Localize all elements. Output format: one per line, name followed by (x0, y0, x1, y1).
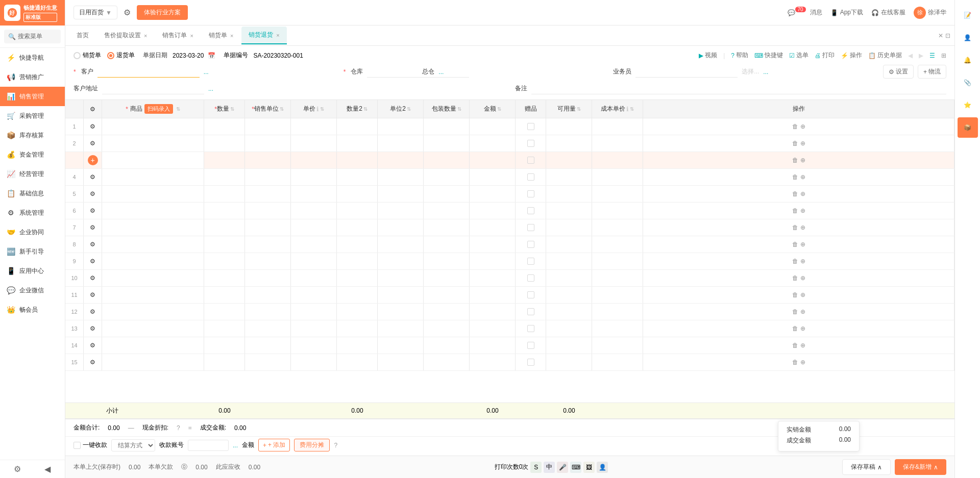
td-amount-3[interactable] (470, 152, 516, 168)
td-product-2[interactable] (102, 135, 204, 152)
shortcut-btn[interactable]: ⌨ 快捷键 (754, 51, 783, 60)
payment-method-select[interactable]: 结算方式 (111, 439, 155, 451)
sidebar-item-collab[interactable]: 🤝 企业协同 (0, 222, 65, 242)
user-menu[interactable]: 徐 徐泽华 (914, 7, 946, 19)
print-btn[interactable]: 🖨 打印 (815, 51, 835, 60)
copy-icon[interactable]: ⊕ (800, 274, 805, 282)
footer-icon-4[interactable]: ⌨ (570, 462, 581, 473)
customer-dots-btn[interactable]: ... (204, 68, 209, 76)
right-panel-package[interactable]: 📦 (958, 117, 978, 138)
td-cost-1[interactable] (592, 118, 643, 135)
download-button[interactable]: 📱 App下载 (830, 8, 863, 17)
td-qty-3[interactable] (204, 152, 245, 168)
td-pack-3[interactable] (424, 152, 470, 168)
delete-icon[interactable]: 🗑 (792, 258, 798, 265)
right-panel-attach[interactable]: 📎 (958, 72, 978, 93)
history-btn[interactable]: 📋 历史单据 (868, 51, 902, 60)
delete-icon-3[interactable]: 🗑 (792, 157, 798, 164)
copy-icon[interactable]: ⊕ (800, 241, 805, 248)
sidebar-item-guide[interactable]: 🆕 新手引导 (0, 242, 65, 261)
sidebar-item-inventory[interactable]: 📦 库存核算 (0, 125, 65, 145)
td-product-1[interactable] (102, 118, 204, 135)
td-amount-1[interactable] (470, 118, 516, 135)
sidebar-item-marketing[interactable]: 📢 营销推广 (0, 67, 65, 87)
tab-price-extract-close[interactable]: × (144, 33, 147, 39)
copy-icon[interactable]: ⊕ (800, 325, 805, 332)
footer-icon-2[interactable]: 中 (544, 462, 555, 473)
salesperson-input[interactable] (635, 66, 738, 78)
td-qty-2[interactable] (204, 135, 245, 152)
td-pack-2[interactable] (424, 135, 470, 152)
product-input-1[interactable] (104, 123, 202, 130)
cost-sort-icon[interactable]: ⇅ (630, 106, 634, 112)
message-button[interactable]: 💬 70 消息 (788, 8, 822, 17)
td-unit2-2[interactable] (378, 135, 424, 152)
footer-icon-6[interactable]: 👤 (597, 462, 608, 473)
collapse-btn[interactable]: ◀ (35, 464, 61, 474)
td-available-3[interactable] (546, 152, 592, 168)
tab-sales[interactable]: 销货单 × (202, 27, 240, 44)
td-qty2-1[interactable] (337, 118, 378, 135)
sidebar-item-operation[interactable]: 📈 经营管理 (0, 164, 65, 184)
topbar-gear-icon[interactable]: ⚙ (124, 8, 131, 17)
right-panel-notification[interactable]: 🔔 (958, 50, 978, 70)
radio-return[interactable]: 退货单 (107, 51, 135, 60)
product-sort-icon[interactable]: ⇅ (176, 106, 180, 112)
split-help-icon[interactable]: ? (334, 442, 337, 449)
warehouse-dots-btn[interactable]: ... (438, 68, 444, 76)
delete-icon[interactable]: 🗑 (792, 224, 798, 231)
tab-sales-order-close[interactable]: × (190, 33, 193, 39)
account-dots-btn[interactable]: ... (233, 442, 238, 449)
help-discount-icon[interactable]: ? (177, 424, 180, 432)
copy-icon[interactable]: ⊕ (800, 173, 805, 181)
td-qty2-2[interactable] (337, 135, 378, 152)
copy-icon-1[interactable]: ⊕ (800, 123, 805, 130)
available-sort-icon[interactable]: ⇅ (577, 106, 581, 112)
td-cost-2[interactable] (592, 135, 643, 152)
tab-home[interactable]: 首页 (69, 27, 96, 44)
td-gear-1[interactable]: ⚙ (84, 118, 102, 135)
sidebar-item-wechat[interactable]: 💬 企业微信 (0, 281, 65, 300)
td-add-btn[interactable]: + (84, 152, 102, 168)
address-input[interactable] (102, 83, 204, 94)
td-unit2-3[interactable] (378, 152, 424, 168)
td-unit2-1[interactable] (378, 118, 424, 135)
warehouse-input[interactable] (367, 66, 469, 78)
settings-bottom-btn[interactable]: ⚙ (4, 464, 31, 474)
sidebar-item-sales[interactable]: 📊 销售管理 (0, 87, 65, 106)
scan-btn[interactable]: 扫码录入 (144, 104, 173, 114)
action-btn[interactable]: ⚡ 操作 (841, 51, 862, 60)
td-cost-3[interactable] (592, 152, 643, 168)
copy-icon-3[interactable]: ⊕ (800, 157, 805, 164)
tab-sales-order[interactable]: 销售订单 × (155, 27, 200, 44)
delete-icon[interactable]: 🗑 (792, 190, 798, 197)
tab-sales-return[interactable]: 销货退货 × (241, 27, 286, 44)
right-panel-notes[interactable]: 📝 (958, 5, 978, 26)
logistics-button[interactable]: + 物流 (918, 65, 946, 79)
view-grid-icon[interactable]: ⊞ (941, 52, 946, 59)
service-button[interactable]: 🎧 在线客服 (871, 8, 905, 17)
td-unit-3[interactable] (245, 152, 291, 168)
sidebar-item-basic[interactable]: 📋 基础信息 (0, 184, 65, 203)
td-gear-2[interactable]: ⚙ (84, 135, 102, 152)
unit-sort-icon[interactable]: ⇅ (280, 106, 284, 112)
th-gear[interactable]: ⚙ (84, 100, 102, 118)
td-price-3[interactable] (291, 152, 337, 168)
split-button[interactable]: 费用分摊 (294, 439, 330, 451)
settings-button[interactable]: ⚙ 设置 (883, 65, 914, 79)
copy-icon[interactable]: ⊕ (800, 291, 805, 298)
amount-sort-icon[interactable]: ⇅ (497, 106, 501, 112)
calendar-icon[interactable]: 📅 (208, 52, 215, 59)
footer-icon-5[interactable]: 🖼 (583, 462, 595, 473)
radio-sales[interactable]: 销货单 (74, 51, 101, 60)
sidebar-item-quick-nav[interactable]: ⚡ 快捷导航 (0, 48, 65, 67)
td-gift-2[interactable] (516, 135, 546, 152)
add-payment-button[interactable]: + + 添加 (258, 439, 290, 451)
delete-icon[interactable]: 🗑 (792, 359, 798, 366)
tab-close-all[interactable]: ✕ ⊡ (938, 32, 950, 39)
copy-icon[interactable]: ⊕ (800, 190, 805, 197)
module-selector[interactable]: 日用百货 ▼ (74, 6, 117, 19)
delete-icon[interactable]: 🗑 (792, 173, 798, 181)
help-btn[interactable]: ? 帮助 (731, 51, 748, 60)
delete-icon[interactable]: 🗑 (792, 325, 798, 332)
